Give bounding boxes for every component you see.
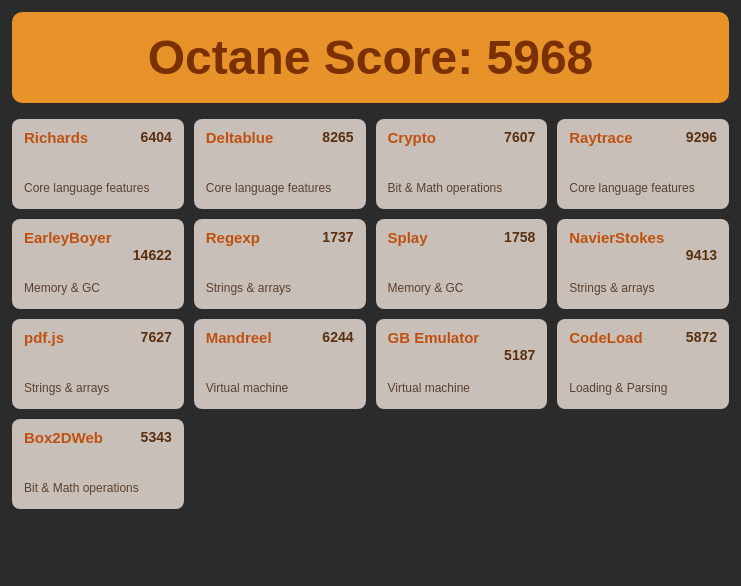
card-score: 1737 — [322, 229, 353, 245]
card-name: CodeLoad — [569, 329, 642, 347]
card-name: Raytrace — [569, 129, 632, 147]
card-top: Raytrace9296 — [569, 129, 717, 147]
card-name: NavierStokes — [569, 229, 664, 246]
card-desc: Strings & arrays — [206, 281, 354, 295]
octane-score-banner: Octane Score: 5968 — [12, 12, 729, 103]
card-score: 9296 — [686, 129, 717, 145]
card-top: GB Emulator5187 — [388, 329, 536, 363]
card-score: 1758 — [504, 229, 535, 245]
card-score: 5187 — [504, 347, 535, 363]
card-score: 6404 — [141, 129, 172, 145]
octane-score-title: Octane Score: 5968 — [32, 30, 709, 85]
benchmark-card: Deltablue8265Core language features — [194, 119, 366, 209]
benchmark-card: Richards6404Core language features — [12, 119, 184, 209]
card-top: Box2DWeb5343 — [24, 429, 172, 447]
card-name: Splay — [388, 229, 428, 247]
card-name: Crypto — [388, 129, 436, 147]
benchmark-card: NavierStokes9413Strings & arrays — [557, 219, 729, 309]
card-name: Mandreel — [206, 329, 272, 347]
card-top: NavierStokes9413 — [569, 229, 717, 263]
card-desc: Memory & GC — [24, 281, 172, 295]
card-score: 9413 — [686, 247, 717, 263]
card-desc: Core language features — [24, 181, 172, 195]
benchmark-card: Crypto7607Bit & Math operations — [376, 119, 548, 209]
card-desc: Core language features — [206, 181, 354, 195]
card-top: Regexp1737 — [206, 229, 354, 247]
card-desc: Loading & Parsing — [569, 381, 717, 395]
benchmark-card: CodeLoad5872Loading & Parsing — [557, 319, 729, 409]
card-name: EarleyBoyer — [24, 229, 112, 246]
card-score: 7627 — [141, 329, 172, 345]
card-score: 14622 — [133, 247, 172, 263]
card-top: Richards6404 — [24, 129, 172, 147]
benchmark-card: Splay1758Memory & GC — [376, 219, 548, 309]
benchmark-card: GB Emulator5187Virtual machine — [376, 319, 548, 409]
benchmark-card: EarleyBoyer14622Memory & GC — [12, 219, 184, 309]
card-score: 6244 — [322, 329, 353, 345]
card-desc: Virtual machine — [206, 381, 354, 395]
card-top: Mandreel6244 — [206, 329, 354, 347]
card-score: 5872 — [686, 329, 717, 345]
card-name: pdf.js — [24, 329, 64, 347]
card-desc: Strings & arrays — [569, 281, 717, 295]
card-name: Deltablue — [206, 129, 274, 147]
card-top: pdf.js7627 — [24, 329, 172, 347]
card-desc: Bit & Math operations — [24, 481, 172, 495]
benchmark-card: Box2DWeb5343Bit & Math operations — [12, 419, 184, 509]
card-score: 7607 — [504, 129, 535, 145]
card-name: Box2DWeb — [24, 429, 103, 447]
card-name: GB Emulator — [388, 329, 480, 346]
card-name: Regexp — [206, 229, 260, 247]
card-top: EarleyBoyer14622 — [24, 229, 172, 263]
benchmark-card: pdf.js7627Strings & arrays — [12, 319, 184, 409]
card-desc: Strings & arrays — [24, 381, 172, 395]
card-desc: Virtual machine — [388, 381, 536, 395]
card-name: Richards — [24, 129, 88, 147]
benchmark-card: Mandreel6244Virtual machine — [194, 319, 366, 409]
card-score: 8265 — [322, 129, 353, 145]
card-top: Deltablue8265 — [206, 129, 354, 147]
card-desc: Core language features — [569, 181, 717, 195]
card-score: 5343 — [141, 429, 172, 445]
card-top: Crypto7607 — [388, 129, 536, 147]
benchmark-grid: Richards6404Core language featuresDeltab… — [12, 119, 729, 509]
card-desc: Memory & GC — [388, 281, 536, 295]
card-desc: Bit & Math operations — [388, 181, 536, 195]
benchmark-card: Raytrace9296Core language features — [557, 119, 729, 209]
benchmark-card: Regexp1737Strings & arrays — [194, 219, 366, 309]
card-top: CodeLoad5872 — [569, 329, 717, 347]
card-top: Splay1758 — [388, 229, 536, 247]
